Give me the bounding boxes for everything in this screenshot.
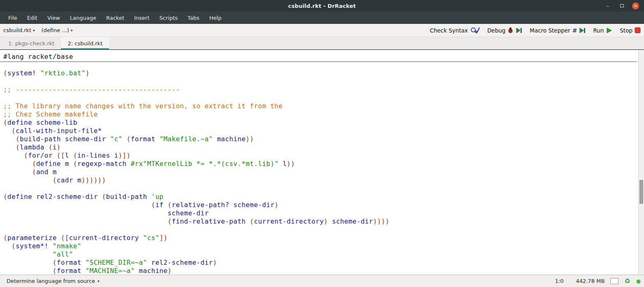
menu-view[interactable]: View xyxy=(42,13,65,23)
chevron-down-icon: ▾ xyxy=(33,28,35,33)
code-line: ;; The library name changes with the ver… xyxy=(3,102,638,110)
code-line: (call-with-input-file* xyxy=(3,127,638,135)
chevron-down-icon: ▾ xyxy=(98,279,100,283)
chevron-down-icon: ▾ xyxy=(71,28,73,33)
run-play-icon xyxy=(606,27,612,34)
code-line: (define rel2-scheme-dir (build-path 'up xyxy=(3,193,638,201)
code-line: (system*! "nmake" xyxy=(3,242,638,250)
code-line xyxy=(3,77,638,86)
debug-button[interactable]: Debug xyxy=(487,27,522,34)
menu-racket[interactable]: Racket xyxy=(101,13,129,23)
menubar: File Edit View Language Racket Insert Sc… xyxy=(0,12,644,24)
memory-usage: 442.78 MB xyxy=(576,278,605,284)
hash-icon: # xyxy=(572,27,577,34)
menu-scripts[interactable]: Scripts xyxy=(154,13,182,23)
drracket-window: csbuild.rkt - DrRacket – ✕ File Edit Vie… xyxy=(0,0,644,287)
tab-label: 2: csbuild.rkt xyxy=(67,40,102,47)
check-syntax-label: Check Syntax xyxy=(430,27,468,34)
menu-edit[interactable]: Edit xyxy=(22,13,42,23)
maximize-icon xyxy=(620,4,624,7)
window-controls: – ✕ xyxy=(604,2,644,9)
memory-limit-box[interactable] xyxy=(610,278,618,284)
code-line: (system! "rktio.bat") xyxy=(3,69,638,77)
code-line: (parameterize ([current-directory "cs"]) xyxy=(3,234,638,242)
tab-label: 1: pkgs-check.rkt xyxy=(8,40,54,47)
window-title: csbuild.rkt - DrRacket xyxy=(0,3,644,9)
language-selector-button[interactable]: Determine language from source ▾ xyxy=(3,277,103,285)
toolbar-right: Check Syntax Debug xyxy=(430,27,641,34)
menu-tabs[interactable]: Tabs xyxy=(183,13,205,23)
menu-language[interactable]: Language xyxy=(65,13,101,23)
code-line xyxy=(3,184,638,193)
tab-csbuild[interactable]: 2: csbuild.rkt xyxy=(61,37,109,49)
menu-file[interactable]: File xyxy=(3,13,22,23)
code-line: (build-path scheme-dir "c" (format "Make… xyxy=(3,135,638,143)
code-line: #lang racket/base xyxy=(3,53,638,61)
code-area[interactable]: #lang racket/base (system! "rktio.bat") … xyxy=(0,50,638,275)
code-line: "all" xyxy=(3,250,638,259)
code-line: (cadr m)))))) xyxy=(3,176,638,184)
minimize-icon: – xyxy=(607,3,609,9)
menu-insert[interactable]: Insert xyxy=(129,13,154,23)
magnifier-check-icon xyxy=(470,27,480,34)
titlebar: csbuild.rkt - DrRacket – ✕ xyxy=(0,0,644,12)
status-indicator-icon: ● xyxy=(636,278,641,284)
menu-help[interactable]: Help xyxy=(205,13,227,23)
step-icon xyxy=(579,28,586,33)
code-line xyxy=(3,226,638,234)
run-button[interactable]: Run xyxy=(593,27,612,34)
macro-stepper-button[interactable]: Macro Stepper # xyxy=(530,27,586,34)
bug-icon xyxy=(507,27,514,33)
code-line xyxy=(3,94,638,102)
definition-navigator-dropdown[interactable]: (define ...) ▾ xyxy=(42,27,73,33)
code-line: (format "MACHINE=~a" machine) xyxy=(3,267,638,275)
run-label: Run xyxy=(593,27,604,34)
code-line: (if (relative-path? scheme-dir) xyxy=(3,201,638,209)
tab-pkgs-check[interactable]: 1: pkgs-check.rkt xyxy=(2,37,61,49)
close-icon: ✕ xyxy=(634,2,637,9)
filename-dropdown[interactable]: csbuild.rkt ▾ xyxy=(3,27,35,33)
code-line: (define m (regexp-match #rx"MTKernelLib … xyxy=(3,160,638,168)
tabbar: 1: pkgs-check.rkt 2: csbuild.rkt xyxy=(0,37,644,50)
statusbar: Determine language from source ▾ 1:0 442… xyxy=(0,275,644,287)
toolbar: csbuild.rkt ▾ (define ...) ▾ Check Synta… xyxy=(0,24,644,37)
cursor-position: 1:0 xyxy=(555,278,564,284)
code-line: scheme-dir xyxy=(3,209,638,217)
code-line: ;; -------------------------------------… xyxy=(3,86,638,94)
maximize-button[interactable] xyxy=(618,2,625,9)
check-syntax-button[interactable]: Check Syntax xyxy=(430,27,480,34)
step-icon xyxy=(516,28,522,33)
code-line: (lambda (i) xyxy=(3,143,638,152)
garbage-collect-icon[interactable]: ♻ xyxy=(624,278,630,285)
debug-label: Debug xyxy=(487,27,505,34)
definitions-pane: #lang racket/base (system! "rktio.bat") … xyxy=(0,50,644,275)
definition-navigator-label: (define ...) xyxy=(42,27,69,33)
code-line: (for/or ([l (in-lines i)]) xyxy=(3,152,638,160)
statusbar-right: 1:0 442.78 MB ♻ ● xyxy=(555,278,641,285)
minimize-button[interactable]: – xyxy=(604,2,611,9)
code-line: (find-relative-path (current-directory) … xyxy=(3,217,638,226)
code-line: (and m xyxy=(3,168,638,176)
definitions-divider xyxy=(0,61,637,63)
code-line: (define scheme-lib xyxy=(3,119,638,127)
filename-dropdown-label: csbuild.rkt xyxy=(3,27,31,33)
stop-button[interactable]: Stop xyxy=(620,27,641,34)
language-selector-label: Determine language from source xyxy=(7,278,95,284)
toolbar-left: csbuild.rkt ▾ (define ...) ▾ xyxy=(3,27,72,33)
macro-stepper-label: Macro Stepper xyxy=(530,27,570,34)
scrollbar-thumb[interactable] xyxy=(639,180,643,204)
stop-label: Stop xyxy=(620,27,632,34)
close-button[interactable]: ✕ xyxy=(632,2,639,9)
stop-square-icon xyxy=(635,27,641,33)
code-line: ;; Chez Scheme makefile xyxy=(3,110,638,119)
vertical-scrollbar[interactable] xyxy=(638,50,644,275)
code-line: (format "SCHEME_DIR=~a" rel2-scheme-dir) xyxy=(3,259,638,267)
